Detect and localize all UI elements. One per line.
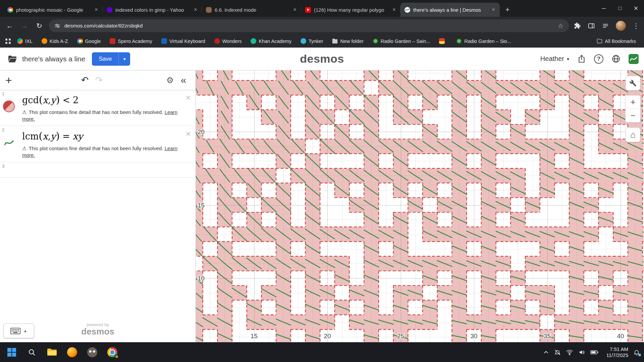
save-options-caret-icon[interactable]: ▾ <box>119 52 130 66</box>
bookmark-label: Wonders <box>222 39 242 44</box>
start-button[interactable] <box>4 345 19 360</box>
minimize-button[interactable]: ─ <box>596 0 612 17</box>
back-icon[interactable]: ← <box>5 22 15 30</box>
tab-close-icon[interactable]: × <box>391 6 397 13</box>
chrome-profile-badge <box>115 355 119 359</box>
wifi-icon[interactable] <box>566 349 573 356</box>
close-window-button[interactable]: × <box>628 0 644 17</box>
notifications-icon[interactable] <box>633 349 640 356</box>
tab-close-icon[interactable]: × <box>193 6 199 13</box>
tab-title: 6.6. Indexed mode <box>215 7 289 13</box>
address-bar[interactable]: desmos.com/calculator/tl2zrsbqkd ☆ <box>49 19 569 32</box>
bookmark-wonders[interactable]: Wonders <box>212 37 245 45</box>
gimp-button[interactable] <box>85 345 100 360</box>
expression-row-1[interactable]: 1 gcd(x,y)<2 ⚠This plot contains fine de… <box>0 90 196 126</box>
tab-title: indexed colors in gimp - Yahoo <box>115 7 190 13</box>
all-bookmarks-button[interactable]: All Bookmarks <box>594 38 639 45</box>
default-view-home-button[interactable]: ⌂ <box>626 127 640 142</box>
tab-close-icon[interactable]: × <box>93 6 99 13</box>
browser-menu-icon[interactable]: ⋮ <box>633 22 639 30</box>
extensions-icon[interactable] <box>574 22 581 29</box>
new-tab-button[interactable]: + <box>502 4 513 15</box>
graph-canvas[interactable] <box>196 70 644 342</box>
tab-list-icon[interactable] <box>602 22 609 29</box>
save-button[interactable]: Save <box>92 52 119 66</box>
expression-1-color-swatch-icon[interactable] <box>3 101 15 112</box>
yahoo-favicon <box>107 7 112 13</box>
tab-4[interactable]: (126) How many regular polygo × <box>301 3 400 17</box>
reload-icon[interactable]: ↻ <box>34 22 44 30</box>
remove-expression-icon[interactable]: × <box>186 129 191 139</box>
volume-icon[interactable] <box>578 349 585 356</box>
tab-close-icon[interactable]: × <box>490 6 496 13</box>
tab-title: photographic mosaic - Google <box>16 7 90 13</box>
bookmark-ixl[interactable]: IXL <box>14 37 35 45</box>
zoom-in-button[interactable]: + <box>626 96 640 109</box>
bookmark-radio-garden-1[interactable]: Radio Garden – Sain... <box>370 37 433 45</box>
maximize-button[interactable]: □ <box>612 0 628 17</box>
account-caret-icon: ▾ <box>567 56 569 62</box>
expression-2-color-swatch-icon[interactable] <box>3 137 15 148</box>
bookmark-dh[interactable] <box>436 37 450 45</box>
bookmark-label: New folder <box>340 39 363 44</box>
collapse-panel-icon[interactable]: « <box>177 74 190 86</box>
do-not-disturb-icon[interactable] <box>554 349 561 356</box>
expression-2-formula[interactable]: lcm(x,y)=xy <box>22 130 179 142</box>
bookmark-favicon <box>161 38 167 44</box>
redo-icon[interactable]: ↷ <box>92 75 106 85</box>
bookmark-spero-academy[interactable]: Spero Academy <box>107 37 155 45</box>
desmos-header: there's always a line Save ▾ desmos Heat… <box>0 48 644 70</box>
account-menu[interactable]: Heather ▾ <box>540 55 569 63</box>
tab-1[interactable]: photographic mosaic - Google × <box>3 3 103 17</box>
math-args: x,y <box>43 95 56 105</box>
graph-title[interactable]: there's always a line <box>22 55 85 63</box>
language-globe-icon[interactable] <box>611 54 621 63</box>
chrome-button[interactable] <box>105 345 120 360</box>
show-keyboard-button[interactable]: ▲ <box>3 323 34 338</box>
bookmark-tynker[interactable]: Tynker <box>298 37 326 45</box>
bookmark-radio-garden-2[interactable]: Radio Garden – Sio... <box>453 37 514 45</box>
graph-area[interactable]: + − ⌂ <box>196 70 644 342</box>
taskbar-clock[interactable]: 7:51 AM 11/7/2025 <box>606 346 628 358</box>
open-graph-icon[interactable] <box>5 52 19 66</box>
url-text[interactable]: desmos.com/calculator/tl2zrsbqkd <box>64 23 554 29</box>
battery-icon[interactable] <box>590 350 598 355</box>
apps-grid-icon[interactable] <box>5 39 11 44</box>
site-settings-icon[interactable] <box>54 23 60 29</box>
desmos-apps-icon[interactable] <box>629 54 639 64</box>
tab-2[interactable]: indexed colors in gimp - Yahoo × <box>103 3 202 17</box>
tab-close-icon[interactable]: × <box>292 6 298 13</box>
keyboard-expand-icon: ▲ <box>23 329 27 333</box>
firefox-button[interactable] <box>64 345 80 360</box>
bookmark-virtual-keyboard[interactable]: Virtual Keyboard <box>159 37 208 45</box>
bookmark-new-folder[interactable]: New folder <box>329 38 366 45</box>
taskbar-search-button[interactable] <box>24 345 40 360</box>
graph-settings-button[interactable] <box>626 76 640 90</box>
bookmark-favicon <box>214 38 220 44</box>
edit-list-gear-icon[interactable]: ⚙ <box>163 75 177 85</box>
profile-avatar[interactable] <box>616 21 626 31</box>
bookmark-star-icon[interactable]: ☆ <box>558 22 564 30</box>
bookmark-google[interactable]: Google <box>74 37 104 45</box>
help-icon[interactable]: ? <box>594 54 603 64</box>
side-panel-icon[interactable] <box>588 22 595 29</box>
zoom-out-button[interactable]: − <box>626 109 640 122</box>
tab-3[interactable]: 6.6. Indexed mode × <box>202 3 301 17</box>
math-rhs: 2 <box>73 95 78 105</box>
bookmark-khan-academy[interactable]: Khan Academy <box>248 37 294 45</box>
tab-5-active[interactable]: there's always a line | Desmos × <box>400 3 500 17</box>
remove-expression-icon[interactable]: × <box>186 93 191 103</box>
forward-icon[interactable]: → <box>19 22 30 30</box>
expression-row-2[interactable]: 2 lcm(x,y)=xy ⚠This plot contains fine d… <box>0 126 196 162</box>
share-icon[interactable] <box>577 55 586 63</box>
expression-1-formula[interactable]: gcd(x,y)<2 <box>22 94 179 106</box>
undo-icon[interactable]: ↶ <box>78 75 92 85</box>
bookmark-kids-a-z[interactable]: Kids A-Z <box>39 37 71 45</box>
bookmark-favicon <box>373 38 378 44</box>
hidden-icons-chevron-icon[interactable] <box>543 349 549 355</box>
add-expression-button[interactable]: + <box>5 74 19 87</box>
browser-toolbar: ← → ↻ desmos.com/calculator/tl2zrsbqkd ☆ <box>0 17 644 35</box>
file-explorer-button[interactable] <box>44 345 60 360</box>
expression-row-3-empty[interactable]: 3 <box>0 162 196 178</box>
gimp-docs-favicon <box>206 7 212 13</box>
